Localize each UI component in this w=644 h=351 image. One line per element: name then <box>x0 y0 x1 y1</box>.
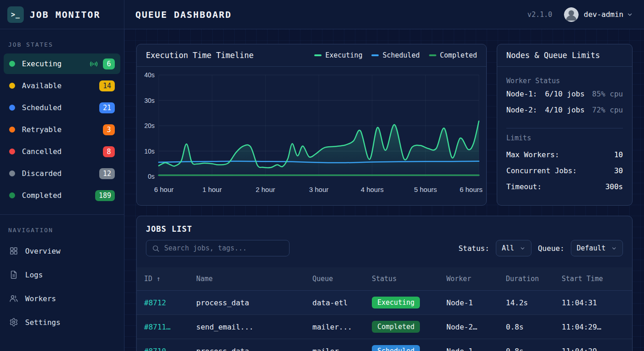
nav-label: Overview <box>25 247 60 255</box>
job-duration: 14.2s <box>499 291 554 315</box>
topbar: QUEUE DASHBOARD v2.1.0 dev-admin <box>124 0 644 29</box>
job-worker: Node-2… <box>439 315 499 339</box>
svg-text:5 hours: 5 hours <box>414 186 437 193</box>
sidebar-divider <box>0 214 124 215</box>
column-start-time[interactable]: Start Time <box>554 267 632 291</box>
node-jobs: 4/10 jobs <box>545 106 585 114</box>
sidebar-item-settings[interactable]: Settings <box>4 312 120 333</box>
jobs-table-header: ID ↑ Name Queue Status Worker Duration S… <box>137 267 632 291</box>
svg-text:2 hour: 2 hour <box>256 186 275 193</box>
username-label[interactable]: dev-admin <box>584 10 623 19</box>
timeline-title: Execution Time Timeline <box>146 51 253 60</box>
status-badge: Completed <box>372 321 420 333</box>
column-duration[interactable]: Duration <box>499 267 554 291</box>
concurrent-jobs-row: Concurrent Jobs: 30 <box>506 163 623 179</box>
job-queue: mailer <box>305 339 365 351</box>
queue-filter-select[interactable]: Default <box>571 240 623 256</box>
table-row[interactable]: #8712 process_data data-etl Executing No… <box>137 291 632 315</box>
sidebar-state-retryable[interactable]: Retryable 3 <box>4 119 120 140</box>
main-area: QUEUE DASHBOARD v2.1.0 dev-admin Executi… <box>124 0 644 351</box>
node-name: Node-1: <box>506 90 537 98</box>
sidebar-state-discarded[interactable]: Discarded 12 <box>4 163 120 184</box>
job-name: process_data <box>189 339 305 351</box>
sidebar-item-workers[interactable]: Workers <box>4 288 120 309</box>
sidebar-state-executing[interactable]: Executing 6 <box>4 53 120 74</box>
state-count-badge: 12 <box>99 168 115 179</box>
worker-status-label: Worker Status <box>506 77 623 85</box>
jobs-list-title: JOBS LIST <box>146 224 623 234</box>
timeline-chart: 0s10s20s30s40s6 hour1 hour2 hour3 hour4 … <box>137 67 486 205</box>
content: Execution Time Timeline Executing Schedu… <box>124 29 644 351</box>
live-signal-icon <box>89 59 99 69</box>
legend-dash-icon <box>371 54 379 56</box>
limit-label: Timeout: <box>506 182 542 191</box>
nodes-panel-title: Nodes & Queue Limits <box>506 51 600 60</box>
navigation-section-label: NAVIGATION <box>8 227 116 234</box>
svg-text:1 hour: 1 hour <box>202 186 222 193</box>
legend-scheduled[interactable]: Scheduled <box>371 51 419 59</box>
job-id-link[interactable]: #8710 <box>137 339 189 351</box>
available-dot-icon <box>9 83 15 89</box>
grid-icon <box>9 246 18 255</box>
limit-value: 30 <box>614 166 623 175</box>
legend-executing[interactable]: Executing <box>314 51 362 59</box>
job-start-time: 11:04:31 <box>554 291 632 315</box>
discarded-dot-icon <box>9 170 15 176</box>
state-count-badge: 8 <box>103 146 115 157</box>
legend-label: Scheduled <box>382 51 419 59</box>
job-queue: mailer... <box>305 315 365 339</box>
node-jobs: 6/10 jobs <box>545 90 585 98</box>
column-id-sort[interactable]: ID ↑ <box>137 267 189 291</box>
svg-text:4 hours: 4 hours <box>361 186 384 193</box>
gear-icon <box>9 318 18 327</box>
job-id-link[interactable]: #8711… <box>137 315 189 339</box>
job-name: send_email... <box>189 315 305 339</box>
table-row[interactable]: #8710 process_data mailer Scheduled Node… <box>137 339 632 351</box>
svg-text:6 hour: 6 hour <box>154 186 174 193</box>
state-label: Executing <box>22 59 62 68</box>
chevron-down-icon <box>611 245 617 251</box>
queue-filter-label: Queue: <box>538 244 564 253</box>
sidebar-item-logs[interactable]: Logs <box>4 264 120 285</box>
max-workers-row: Max Workers: 10 <box>506 147 623 163</box>
queue-filter-value: Default <box>577 244 606 252</box>
limit-value: 300s <box>605 182 623 191</box>
state-label: Discarded <box>22 169 62 178</box>
state-count-badge: 6 <box>103 58 115 69</box>
job-start-time: 11:04:29 <box>554 339 632 351</box>
state-count-badge: 3 <box>103 124 115 135</box>
sidebar-state-scheduled[interactable]: Scheduled 21 <box>4 97 120 118</box>
svg-text:30s: 30s <box>144 97 155 104</box>
job-states-section-label: JOB STATES <box>8 41 116 48</box>
status-filter-select[interactable]: All <box>496 240 531 256</box>
jobs-table: ID ↑ Name Queue Status Worker Duration S… <box>137 267 632 351</box>
column-worker[interactable]: Worker <box>439 267 499 291</box>
job-id-link[interactable]: #8712 <box>137 291 189 315</box>
chevron-down-icon <box>520 245 526 251</box>
status-filter-label: Status: <box>458 244 489 253</box>
sidebar-state-cancelled[interactable]: Cancelled 8 <box>4 141 120 162</box>
sidebar-state-available[interactable]: Available 14 <box>4 75 120 96</box>
completed-dot-icon <box>9 192 15 198</box>
column-name[interactable]: Name <box>189 267 305 291</box>
nav-label: Logs <box>25 271 43 279</box>
job-queue: data-etl <box>305 291 365 315</box>
legend-completed[interactable]: Completed <box>429 51 477 59</box>
execution-timeline-panel: Execution Time Timeline Executing Schedu… <box>136 44 487 206</box>
avatar[interactable] <box>564 7 579 22</box>
chevron-down-icon[interactable] <box>627 11 633 18</box>
column-queue[interactable]: Queue <box>305 267 365 291</box>
svg-text:3 hour: 3 hour <box>309 186 329 193</box>
table-row[interactable]: #8711… send_email... mailer... Completed… <box>137 315 632 339</box>
sidebar-item-overview[interactable]: Overview <box>4 240 120 261</box>
cancelled-dot-icon <box>9 149 15 154</box>
retryable-dot-icon <box>9 127 15 133</box>
search-icon <box>152 245 160 252</box>
column-status[interactable]: Status <box>365 267 439 291</box>
node-1-status-row: Node-1: 6/10 jobs 85% cpu <box>506 90 623 106</box>
node-cpu: 85% cpu <box>592 90 623 98</box>
sidebar-state-completed[interactable]: Completed 189 <box>4 185 120 206</box>
search-input[interactable] <box>164 244 284 252</box>
status-badge: Scheduled <box>372 345 420 351</box>
limits-label: Limits <box>506 134 623 142</box>
